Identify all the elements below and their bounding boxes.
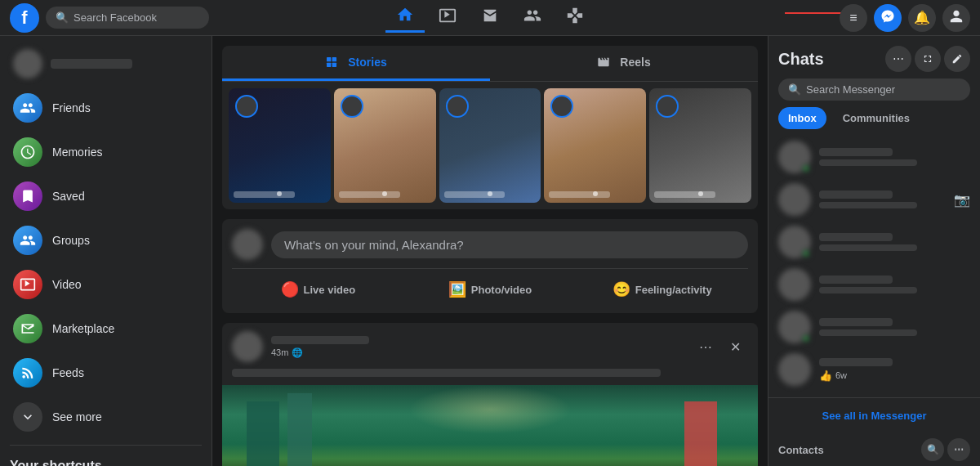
sidebar-memories-label: Memories — [52, 146, 102, 159]
nav-watch-button[interactable] — [428, 3, 467, 33]
story-dot-2 — [382, 191, 387, 196]
nav-groups-button[interactable] — [513, 3, 552, 33]
story-dot-5 — [698, 191, 703, 196]
post-user-info: 43m 🌐 — [232, 331, 369, 362]
chats-fullscreen-button[interactable] — [915, 46, 941, 72]
chat-timestamp: 6w — [835, 370, 847, 380]
marketplace-sidebar-icon — [13, 314, 42, 343]
tab-inbox[interactable]: Inbox — [778, 107, 826, 129]
nav-gaming-button[interactable] — [555, 3, 595, 33]
tab-reels[interactable]: Reels — [490, 46, 758, 81]
account-icon — [949, 9, 964, 27]
chat-name — [819, 318, 893, 326]
sidebar-item-marketplace[interactable]: Marketplace — [3, 307, 208, 350]
story-card-3[interactable] — [439, 88, 541, 203]
photo-video-icon: 🖼️ — [448, 280, 466, 298]
sidebar-item-saved[interactable]: Saved — [3, 175, 208, 217]
main-feed: Stories Reels — [212, 36, 768, 466]
photo-video-button[interactable]: 🖼️ Photo/video — [404, 276, 577, 303]
feeling-label: Feeling/activity — [635, 284, 712, 296]
stories-row — [222, 82, 758, 209]
messenger-button[interactable] — [874, 4, 902, 32]
sidebar-item-feeds[interactable]: Feeds — [3, 352, 208, 394]
sidebar-divider — [10, 445, 202, 446]
chat-extra-icon: 📷 — [954, 192, 970, 208]
online-indicator — [802, 249, 810, 258]
contacts-search-button[interactable]: 🔍 — [921, 438, 944, 461]
chat-avatar — [778, 183, 811, 216]
chat-list: 📷 — [768, 136, 980, 397]
gaming-icon — [566, 7, 584, 29]
story-card-2[interactable] — [334, 88, 436, 203]
svg-rect-0 — [327, 57, 331, 61]
chat-item[interactable]: 👍 6w — [772, 348, 977, 391]
story-name-1 — [234, 191, 295, 198]
feeds-sidebar-icon — [13, 358, 42, 388]
facebook-logo[interactable]: f — [10, 3, 39, 33]
story-dot-3 — [488, 191, 492, 196]
story-card-5[interactable] — [649, 88, 751, 203]
search-chat-icon: 🔍 — [788, 83, 801, 96]
post-title — [232, 369, 661, 377]
memories-icon — [13, 137, 42, 167]
chat-item[interactable] — [772, 136, 977, 178]
chat-preview — [819, 159, 917, 166]
live-video-button[interactable]: 🔴 Live video — [232, 276, 404, 303]
chat-avatar — [778, 353, 811, 386]
sidebar-item-video[interactable]: Video — [3, 263, 208, 306]
chats-edit-button[interactable] — [944, 46, 970, 72]
chat-info — [819, 318, 970, 336]
notifications-icon: 🔔 — [914, 10, 930, 25]
post-input-field[interactable]: What's on your mind, Alexandra? — [271, 231, 748, 258]
story-dot-1 — [277, 191, 282, 196]
chat-info — [819, 148, 970, 166]
sidebar-item-seemore[interactable]: See more — [3, 396, 208, 438]
story-card-1[interactable] — [229, 88, 331, 203]
contacts-options-button[interactable]: ⋯ — [947, 438, 970, 461]
top-navigation: f 🔍 Search Facebook — [0, 0, 980, 36]
chat-item[interactable] — [772, 306, 977, 348]
chats-options-button[interactable]: ⋯ — [885, 46, 911, 72]
sidebar-marketplace-label: Marketplace — [52, 322, 114, 335]
chats-title: Chats — [778, 50, 824, 69]
see-more-icon — [13, 402, 42, 432]
feeling-icon: 😊 — [612, 280, 630, 298]
chat-item[interactable]: 📷 — [772, 178, 977, 221]
sidebar-user-profile[interactable] — [3, 43, 208, 85]
sidebar-item-memories[interactable]: Memories — [3, 131, 208, 173]
story-avatar-5 — [656, 95, 679, 118]
chat-item[interactable] — [772, 263, 977, 306]
user-profile-avatar — [13, 49, 42, 78]
search-bar[interactable]: 🔍 Search Facebook — [46, 7, 209, 29]
menu-icon: ≡ — [849, 11, 857, 25]
svg-rect-3 — [332, 63, 336, 67]
story-avatar-3 — [446, 95, 469, 118]
sidebar-item-groups[interactable]: Groups — [3, 219, 208, 262]
post-close-button[interactable]: ✕ — [722, 334, 748, 360]
notifications-button[interactable]: 🔔 — [908, 4, 936, 32]
tab-communities[interactable]: Communities — [833, 107, 920, 129]
feeling-button[interactable]: 😊 Feeling/activity — [576, 276, 748, 303]
story-name-2 — [339, 191, 400, 198]
sidebar-item-friends[interactable]: Friends — [3, 87, 208, 129]
reels-tab-label: Reels — [620, 56, 650, 69]
saved-icon — [13, 181, 42, 211]
messenger-icon — [880, 9, 895, 27]
tab-stories[interactable]: Stories — [222, 46, 490, 81]
post-image — [222, 385, 758, 466]
menu-button[interactable]: ≡ — [840, 4, 867, 32]
chat-item[interactable] — [772, 221, 977, 263]
post-options-button[interactable]: ⋯ — [693, 334, 719, 360]
chats-header-icons: ⋯ — [885, 46, 970, 72]
story-avatar-1 — [235, 95, 258, 118]
see-all-messenger-button[interactable]: See all in Messenger — [775, 405, 973, 427]
chat-avatar — [778, 311, 811, 343]
sidebar-groups-label: Groups — [52, 234, 90, 247]
live-video-icon: 🔴 — [281, 280, 299, 298]
account-button[interactable] — [942, 4, 970, 32]
thumbs-up-icon: 👍 — [819, 370, 832, 382]
messenger-search[interactable]: 🔍 Search Messenger — [778, 78, 970, 101]
nav-marketplace-button[interactable] — [470, 3, 510, 33]
nav-home-button[interactable] — [385, 3, 425, 33]
story-card-4[interactable] — [544, 88, 646, 203]
